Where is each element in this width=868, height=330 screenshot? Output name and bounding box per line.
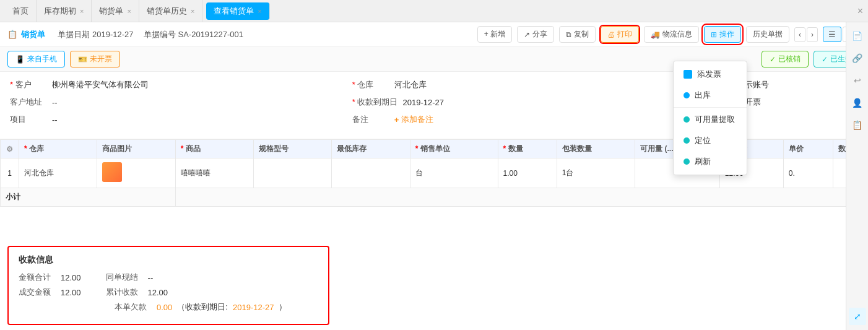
- from-mobile-btn[interactable]: 📱 来自手机: [7, 51, 65, 67]
- doc-date-group: 单据日期 2019-12-27: [58, 29, 134, 40]
- dropdown-refresh[interactable]: 刷新: [674, 151, 747, 172]
- dropdown-locate[interactable]: 定位: [674, 130, 747, 151]
- dropdown-outbound[interactable]: 出库: [674, 85, 747, 106]
- address-field: 客户地址 --: [10, 97, 337, 108]
- sidebar-icon-link[interactable]: 🔗: [849, 50, 866, 67]
- sidebar-icon-user[interactable]: 👤: [849, 94, 866, 111]
- arrears-note-close: ）: [279, 302, 287, 313]
- sidebar-icon-return[interactable]: ↩: [849, 72, 866, 89]
- row-pack-qty: 1台: [557, 158, 635, 188]
- tab-bar: 首页 库存期初 × 销货单 × 销货单历史 × 查看销货单 × ×: [0, 0, 868, 22]
- warehouse-label: 仓库: [352, 79, 389, 90]
- add-invoice-icon: [684, 70, 692, 79]
- total-amount-item: 金额合计 12.00: [19, 272, 81, 283]
- sidebar-icon-expand[interactable]: ⤢: [849, 308, 866, 325]
- not-opened-btn[interactable]: 🎫 未开票: [70, 51, 120, 67]
- doc-type-title: 📋 销货单: [7, 29, 45, 40]
- th-product-img: 商品图片: [97, 140, 175, 158]
- window-close-btn[interactable]: ×: [857, 6, 863, 17]
- th-settings[interactable]: ⚙: [1, 140, 19, 158]
- operation-button[interactable]: ⊞ 操作: [704, 26, 741, 43]
- cumulative-received-label: 累计收款: [106, 287, 143, 298]
- new-button[interactable]: + 新增: [477, 26, 512, 43]
- copy-button[interactable]: ⧉ 复制: [559, 26, 596, 43]
- row-product-name: 嘻嘻嘻嘻: [175, 158, 253, 188]
- share-icon: ↗: [524, 30, 530, 39]
- row-warehouse: 河北仓库: [19, 158, 97, 188]
- add-invoice-label: 添发票: [697, 69, 721, 80]
- warehouse-value: 河北仓库: [394, 79, 427, 90]
- dropdown-available-qty[interactable]: 可用量提取: [674, 109, 747, 130]
- payment-date-field: 收款到期日 2019-12-27: [352, 97, 680, 108]
- print-icon: 🖨: [607, 30, 615, 39]
- note-label: 备注: [352, 114, 389, 125]
- tab-view-sales[interactable]: 查看销货单 ×: [206, 2, 269, 20]
- total-amount-value: 12.00: [61, 273, 81, 282]
- share-button[interactable]: ↗ 分享: [517, 26, 554, 43]
- doc-header: 📋 销货单 单据日期 2019-12-27 单据编号 SA-20191227-0…: [0, 22, 868, 47]
- row-product-img: [97, 158, 175, 188]
- row-num: 1: [1, 158, 19, 188]
- transaction-amount-label: 成交金额: [19, 287, 56, 298]
- payment-row-1: 金额合计 12.00 同单现结 --: [19, 272, 318, 283]
- address-label: 客户地址: [10, 97, 47, 108]
- payment-row-2: 成交金额 12.00 累计收款 12.00: [19, 287, 318, 298]
- th-quantity: 数量: [498, 140, 557, 158]
- arrears-date: 2019-12-27: [233, 303, 274, 312]
- operation-dropdown: 添发票 出库 可用量提取 定位 刷新: [673, 61, 747, 175]
- tab-sales-history-close[interactable]: ×: [191, 7, 194, 15]
- subtotal-row: 小计: [1, 188, 868, 207]
- sidebar-icon-clipboard[interactable]: 📋: [849, 116, 866, 134]
- warehouse-field: 仓库 河北仓库: [352, 79, 680, 90]
- logistics-icon: 🚚: [651, 30, 660, 39]
- outbound-icon: [684, 92, 690, 98]
- ticket-icon: 🎫: [78, 55, 87, 64]
- row-sales-unit: 台: [410, 158, 498, 188]
- history-button[interactable]: 历史单据: [746, 26, 789, 43]
- prev-arrow[interactable]: ‹: [794, 27, 805, 42]
- note-field: 备注 添加备注: [352, 114, 680, 125]
- transaction-amount-value: 12.00: [61, 288, 81, 297]
- approved-btn[interactable]: ✓ 已核销: [762, 51, 809, 67]
- subtotal-values: [175, 188, 867, 207]
- dropdown-add-invoice[interactable]: 添发票: [674, 64, 747, 85]
- customer-value: 柳州粤港平安气体有限公司: [52, 79, 149, 90]
- doc-number-group: 单据编号 SA-20191227-001: [144, 29, 244, 40]
- sidebar-icon-doc[interactable]: 📄: [849, 27, 866, 45]
- tab-home[interactable]: 首页: [5, 0, 37, 22]
- total-amount-label: 金额合计: [19, 272, 56, 283]
- tab-view-sales-close[interactable]: ×: [258, 7, 261, 15]
- mobile-icon: 📱: [15, 55, 25, 64]
- locate-label: 定位: [695, 135, 711, 146]
- tab-sales-history[interactable]: 销货单历史 ×: [139, 0, 202, 22]
- logistics-button[interactable]: 🚚 物流信息: [644, 26, 699, 43]
- dropdown-divider: [674, 107, 747, 108]
- tab-inventory[interactable]: 库存期初 ×: [37, 0, 92, 22]
- list-view-btn[interactable]: ☰: [823, 27, 841, 42]
- next-arrow[interactable]: ›: [807, 27, 818, 42]
- address-value: --: [52, 98, 58, 107]
- payment-section: 收款信息 金额合计 12.00 同单现结 -- 成交金额 12.00 累计收款 …: [7, 246, 329, 325]
- tab-sales[interactable]: 销货单 ×: [92, 0, 139, 22]
- payment-title: 收款信息: [19, 254, 318, 266]
- tab-inventory-close[interactable]: ×: [80, 7, 84, 15]
- current-arrears-value: 0.00: [157, 303, 172, 312]
- transaction-amount-item: 成交金额 12.00: [19, 287, 81, 298]
- doc-type-label: 销货单: [21, 29, 45, 40]
- print-button[interactable]: 🖨 打印: [601, 26, 639, 43]
- row-min-stock: [332, 158, 410, 188]
- tab-sales-close[interactable]: ×: [127, 7, 131, 15]
- same-order-label: 同单现结: [106, 272, 143, 283]
- available-qty-label: 可用量提取: [695, 114, 735, 125]
- same-order-value: --: [148, 273, 154, 282]
- current-arrears-item: 本单欠款 0.00 （收款到期日: 2019-12-27 ）: [115, 302, 287, 313]
- product-image: [102, 162, 122, 182]
- cumulative-received-item: 累计收款 12.00: [106, 287, 168, 298]
- th-product: 商品: [175, 140, 253, 158]
- grid-icon: ⊞: [711, 30, 717, 39]
- customer-field: 客户 柳州粤港平安气体有限公司: [10, 79, 337, 90]
- add-note-btn[interactable]: 添加备注: [394, 114, 434, 125]
- cumulative-received-value: 12.00: [148, 288, 168, 297]
- th-warehouse: 仓库: [19, 140, 97, 158]
- doc-meta: 单据日期 2019-12-27 单据编号 SA-20191227-001: [58, 29, 477, 40]
